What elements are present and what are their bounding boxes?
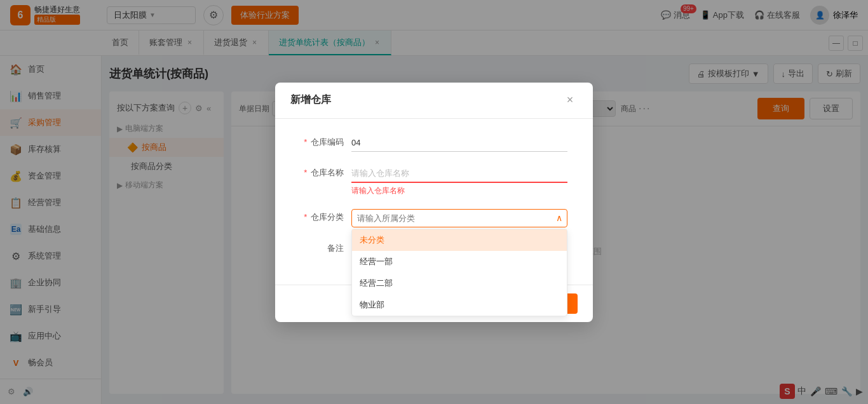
category-dropdown-list: 未分类 经营一部 经营二部 物业部 [351, 229, 567, 316]
dropdown-option-property[interactable]: 物业部 [352, 294, 567, 316]
warehouse-code-input[interactable] [351, 134, 567, 152]
dialog-body: * 仓库编码 * 仓库名称 请输入仓库名称 [275, 119, 593, 285]
name-label: * 仓库名称 [301, 165, 351, 177]
remark-label: 备注 [301, 240, 351, 252]
category-field-row: * 仓库分类 ∧ 未分类 经营一部 经营二部 物业部 [301, 209, 567, 227]
code-input-wrap [351, 134, 567, 152]
dialog-header: 新增仓库 × [275, 83, 593, 119]
dropdown-option-none[interactable]: 未分类 [352, 229, 567, 251]
add-warehouse-dialog: 新增仓库 × * 仓库编码 * 仓库名称 [275, 83, 593, 322]
dropdown-option-dept2[interactable]: 经营二部 [352, 273, 567, 294]
dropdown-option-dept1[interactable]: 经营一部 [352, 251, 567, 273]
dialog-title: 新增仓库 [290, 93, 331, 107]
category-input-wrap: ∧ 未分类 经营一部 经营二部 物业部 [351, 209, 567, 227]
category-label: * 仓库分类 [301, 209, 351, 221]
code-label: * 仓库编码 [301, 134, 351, 146]
category-select-input[interactable] [351, 209, 567, 227]
name-error-text: 请输入仓库名称 [351, 185, 567, 196]
name-field-row: * 仓库名称 请输入仓库名称 [301, 165, 567, 196]
name-input-wrap: 请输入仓库名称 [351, 165, 567, 196]
category-select-wrap: ∧ [351, 209, 567, 227]
modal-overlay: 新增仓库 × * 仓库编码 * 仓库名称 [0, 0, 868, 404]
code-field-row: * 仓库编码 [301, 134, 567, 152]
dialog-close-button[interactable]: × [562, 93, 578, 108]
warehouse-name-input[interactable] [351, 165, 567, 183]
